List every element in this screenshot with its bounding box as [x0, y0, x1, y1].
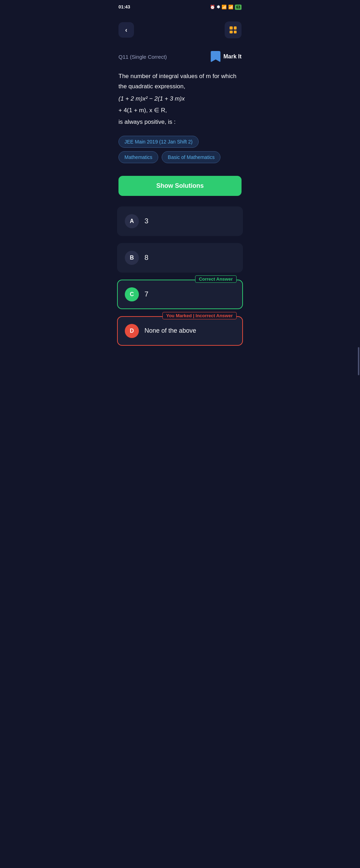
subject-tag[interactable]: Mathematics: [118, 151, 158, 163]
time: 01:43: [118, 4, 130, 9]
question-header: Q11 (Single Correct) Mark It: [111, 44, 249, 66]
option-d-value: None of the above: [144, 327, 196, 334]
mark-it-label: Mark It: [223, 53, 242, 60]
question-text-2: + 4(1 + m), x ∈ R,: [118, 106, 242, 116]
show-solutions-button[interactable]: Show Solutions: [118, 176, 242, 196]
signal-icon: 📶: [228, 5, 233, 9]
question-text-1: The number of integral values of m for w…: [118, 71, 242, 92]
question-body: The number of integral values of m for w…: [111, 66, 249, 136]
option-a-circle: A: [125, 214, 139, 228]
bookmark-icon: [211, 51, 220, 62]
option-c-card[interactable]: Correct Answer C 7: [117, 280, 243, 309]
option-c-value: 7: [144, 290, 148, 298]
tags-section: JEE Main 2019 (12 Jan Shift 2) Mathemati…: [111, 136, 249, 169]
mark-it-button[interactable]: Mark It: [211, 51, 242, 62]
topic-tag[interactable]: Basic of Mathematics: [162, 151, 220, 163]
wifi-icon: 📶: [221, 5, 227, 9]
tag-row-subject: Mathematics Basic of Mathematics: [118, 151, 242, 163]
question-math-1: (1 + 2 m)x² − 2(1 + 3 m)x: [118, 94, 242, 103]
option-b-circle: B: [125, 251, 139, 265]
alarm-icon: ⏰: [210, 5, 215, 9]
status-icons: ⏰ ✱ 📶 📶 63: [210, 5, 242, 9]
tag-row-exam: JEE Main 2019 (12 Jan Shift 2): [118, 136, 242, 148]
option-b-value: 8: [144, 254, 148, 262]
grid-button[interactable]: [225, 21, 242, 38]
back-arrow-icon: ‹: [125, 26, 127, 34]
options-section: A 3 B 8 Correct Answer C 7 You Marked | …: [111, 206, 249, 353]
battery-icon: 63: [235, 5, 242, 9]
option-d-card[interactable]: You Marked | Incorrect Answer D None of …: [117, 316, 243, 346]
exam-tag[interactable]: JEE Main 2019 (12 Jan Shift 2): [118, 136, 199, 148]
option-b-card[interactable]: B 8: [117, 243, 243, 273]
status-bar: 01:43 ⏰ ✱ 📶 📶 63: [111, 0, 249, 12]
bluetooth-icon: ✱: [217, 5, 220, 9]
option-d-circle: D: [125, 324, 139, 338]
grid-icon: [230, 26, 237, 33]
correct-answer-badge: Correct Answer: [195, 275, 237, 283]
top-bar: ‹: [111, 16, 249, 44]
question-type: Q11 (Single Correct): [118, 54, 167, 60]
option-c-circle: C: [125, 287, 139, 301]
back-button[interactable]: ‹: [118, 22, 134, 38]
option-a-value: 3: [144, 217, 148, 225]
option-a-card[interactable]: A 3: [117, 206, 243, 236]
question-text-3: is always positive, is :: [118, 117, 242, 127]
incorrect-answer-badge: You Marked | Incorrect Answer: [162, 312, 237, 319]
